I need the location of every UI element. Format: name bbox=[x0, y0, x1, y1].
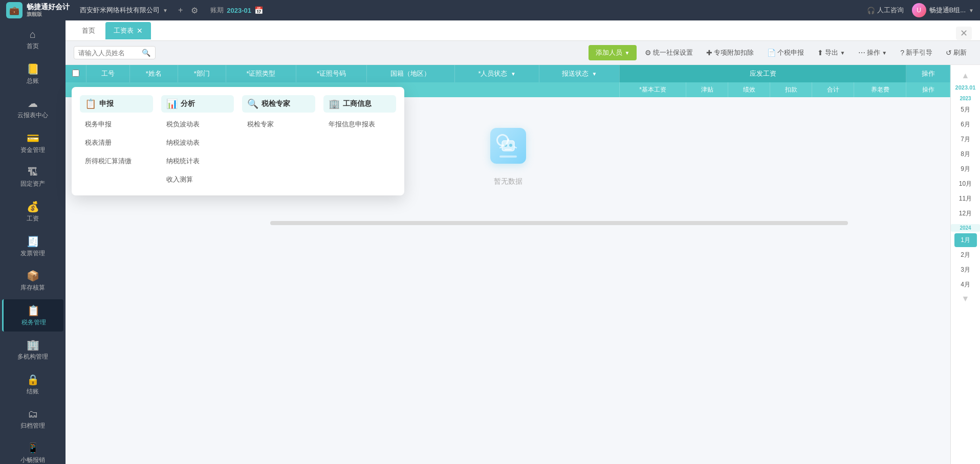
menu-tax-expert[interactable]: 税检专家 bbox=[242, 117, 315, 132]
menu-annual-report[interactable]: 年报信息申报表 bbox=[323, 117, 397, 132]
tab-close-icon[interactable]: ✕ bbox=[137, 27, 143, 35]
menu-tax-fluctuation[interactable]: 纳税波动表 bbox=[161, 135, 234, 150]
month-2024-3[interactable]: 3月 bbox=[954, 263, 977, 277]
col-base-salary: *基本工资 bbox=[619, 82, 686, 97]
dropdown-section-tax-expert: 🔍 税检专家 税检专家 bbox=[242, 95, 315, 187]
sidebar-label-funds: 资金管理 bbox=[20, 146, 45, 154]
month-2023-7[interactable]: 7月 bbox=[954, 132, 977, 146]
month-2024-4[interactable]: 4月 bbox=[954, 278, 977, 292]
month-2023-8[interactable]: 8月 bbox=[954, 147, 977, 161]
sidebar-item-general[interactable]: 📒 总账 bbox=[2, 58, 63, 91]
sidebar-label-multiorg: 多机构管理 bbox=[17, 353, 48, 361]
calendar-icon[interactable]: 📅 bbox=[254, 6, 263, 14]
xiaochang-icon: 📱 bbox=[27, 442, 39, 454]
status-filter-icon[interactable]: ▼ bbox=[511, 71, 516, 77]
col-checkbox[interactable] bbox=[66, 65, 86, 82]
close-period-icon: 🔒 bbox=[27, 373, 39, 386]
sidebar-item-archive[interactable]: 🗂 归档管理 bbox=[2, 403, 63, 435]
menu-income-tax-settle[interactable]: 所得税汇算清缴 bbox=[80, 153, 153, 169]
search-input[interactable] bbox=[78, 49, 140, 57]
menu-tax-declaration[interactable]: 税务申报 bbox=[80, 117, 153, 132]
support-button[interactable]: 🎧 人工咨询 bbox=[865, 6, 904, 15]
add-person-button[interactable]: 添加人员 ▼ bbox=[589, 45, 637, 60]
user-area[interactable]: U 畅捷通B组... ▼ bbox=[912, 3, 974, 17]
add-person-label: 添加人员 bbox=[596, 48, 622, 57]
guide-toolbar-icon: ? bbox=[900, 49, 904, 57]
sidebar-item-invoices[interactable]: 🧾 发票管理 bbox=[2, 230, 63, 263]
sidebar-item-multiorg[interactable]: 🏢 多机构管理 bbox=[2, 334, 63, 366]
special-deduction-button[interactable]: ✚ 专项附加扣除 bbox=[701, 46, 759, 60]
close-overlay-button[interactable]: ✕ bbox=[956, 27, 972, 40]
analysis-section-icon: 📊 bbox=[166, 98, 178, 109]
panel-nav-down[interactable]: ▼ bbox=[960, 292, 972, 305]
month-2023-12[interactable]: 12月 bbox=[954, 207, 977, 220]
period-value: 2023-01 bbox=[227, 7, 251, 14]
sidebar-item-cloud[interactable]: ☁ 云报表中心 bbox=[2, 92, 63, 125]
export-button[interactable]: ⬆ 导出 ▼ bbox=[812, 46, 850, 60]
sidebar-item-home[interactable]: ⌂ 首页 bbox=[2, 24, 63, 56]
sidebar-item-xiaochang[interactable]: 📱 小畅报销 bbox=[2, 437, 63, 464]
header-right: 🎧 人工咨询 U 畅捷通B组... ▼ bbox=[865, 3, 974, 17]
month-2023-11[interactable]: 11月 bbox=[954, 192, 977, 206]
sidebar-item-payroll[interactable]: 💰 工资 bbox=[2, 195, 63, 228]
select-all-checkbox[interactable] bbox=[72, 70, 79, 77]
add-company-button[interactable]: + bbox=[176, 4, 185, 17]
empty-cube-icon bbox=[490, 128, 526, 164]
sidebar-item-close[interactable]: 🔒 结账 bbox=[2, 368, 63, 401]
sidebar-item-inventory[interactable]: 📦 库存核算 bbox=[2, 264, 63, 297]
right-calendar-panel: ▲ 2023.01 2023 5月 6月 7月 8月 9月 10月 11月 12… bbox=[950, 65, 980, 464]
month-2023-10[interactable]: 10月 bbox=[954, 177, 977, 191]
search-input-wrap[interactable]: 🔍 bbox=[74, 46, 156, 59]
social-security-button[interactable]: ⚙ 统一社保设置 bbox=[640, 46, 698, 60]
col-subsidy: 津贴 bbox=[686, 82, 728, 97]
sidebar-label-payroll: 工资 bbox=[27, 215, 39, 223]
month-2024-1[interactable]: 1月 bbox=[954, 233, 977, 247]
dropdown-header-apply: 📋 申报 bbox=[80, 95, 153, 113]
col-empno: 工号 bbox=[86, 65, 129, 82]
company-selector[interactable]: 西安虾米网络科技有限公司 ▼ bbox=[80, 6, 168, 15]
col-total: 合计 bbox=[812, 82, 854, 97]
home-icon: ⌂ bbox=[30, 29, 36, 40]
month-2023-6[interactable]: 6月 bbox=[954, 118, 977, 131]
logo-area: 💼 畅捷通好会计 旗舰版 bbox=[6, 2, 70, 18]
toolbar-right: 添加人员 ▼ ⚙ 统一社保设置 ✚ 专项附加扣除 📄 个税申报 ⬆ 导出 bbox=[589, 45, 972, 60]
svg-rect-3 bbox=[505, 149, 512, 150]
menu-income-estimate[interactable]: 收入测算 bbox=[161, 172, 234, 187]
operations-label: 操作 bbox=[867, 48, 880, 57]
empty-text: 暂无数据 bbox=[494, 177, 522, 186]
operations-dropdown-icon: ▼ bbox=[882, 50, 887, 56]
guide-button[interactable]: ? 新手引导 bbox=[895, 46, 938, 60]
apply-section-label: 申报 bbox=[99, 99, 114, 108]
sidebar-item-tax[interactable]: 📋 税务管理 bbox=[2, 299, 63, 332]
sidebar-item-funds[interactable]: 💳 资金管理 bbox=[2, 127, 63, 160]
send-filter-icon[interactable]: ▼ bbox=[592, 71, 597, 77]
month-2023-9[interactable]: 9月 bbox=[954, 162, 977, 176]
sidebar: ⌂ 首页 📒 总账 ☁ 云报表中心 💳 资金管理 🏗 固定资产 💰 工资 🧾 发… bbox=[0, 20, 66, 464]
menu-tax-burden-fluctuation[interactable]: 税负波动表 bbox=[161, 117, 234, 132]
refresh-label: 刷新 bbox=[953, 48, 967, 57]
tab-home[interactable]: 首页 bbox=[74, 22, 103, 39]
user-avatar: U bbox=[912, 3, 926, 17]
general-icon: 📒 bbox=[27, 63, 39, 75]
tax-icon: 📋 bbox=[27, 304, 40, 317]
cloud-icon: ☁ bbox=[28, 97, 38, 109]
social-security-icon: ⚙ bbox=[645, 49, 651, 57]
settings-button[interactable]: ⚙ bbox=[189, 4, 200, 17]
year-2024-label: 2024 bbox=[951, 224, 980, 232]
menu-tax-statistics[interactable]: 纳税统计表 bbox=[161, 153, 234, 169]
operations-button[interactable]: ⋯ 操作 ▼ bbox=[853, 46, 892, 60]
refresh-button[interactable]: ↺ 刷新 bbox=[941, 46, 972, 60]
tab-payroll[interactable]: 工资表 ✕ bbox=[105, 22, 151, 39]
col-name: *姓名 bbox=[129, 65, 178, 82]
sidebar-item-assets[interactable]: 🏗 固定资产 bbox=[2, 161, 63, 193]
month-2023-5[interactable]: 5月 bbox=[954, 103, 977, 117]
menu-tax-form-registry[interactable]: 税表清册 bbox=[80, 135, 153, 150]
right-panel-year-top: 2023.01 bbox=[955, 84, 976, 91]
month-2024-2[interactable]: 2月 bbox=[954, 248, 977, 262]
personal-tax-button[interactable]: 📄 个税申报 bbox=[762, 46, 809, 60]
analysis-items: 税负波动表 纳税波动表 纳税统计表 收入测算 bbox=[161, 117, 234, 187]
robot-svg bbox=[498, 136, 518, 156]
panel-nav-up[interactable]: ▲ bbox=[960, 69, 972, 82]
sidebar-label-xiaochang: 小畅报销 bbox=[20, 456, 45, 464]
horizontal-scrollbar[interactable] bbox=[270, 221, 848, 225]
